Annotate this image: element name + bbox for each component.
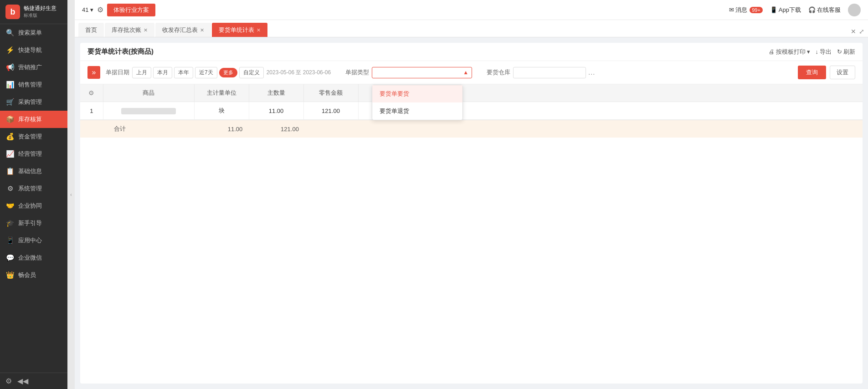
app-logo-icon: b: [5, 5, 20, 19]
sidebar-item-库存核算[interactable]: 📦库存核算: [0, 111, 67, 128]
nav-label: 应用中心: [18, 236, 42, 245]
more-dates-button[interactable]: 更多: [219, 68, 237, 77]
tab-close-icon[interactable]: ✕: [257, 27, 261, 33]
tab-close-all-icon[interactable]: ✕: [851, 28, 856, 35]
nav-icon: ⚡: [5, 46, 15, 54]
type-filter-input[interactable]: [372, 67, 472, 78]
online-service-button[interactable]: 🎧 在线客服: [808, 6, 841, 14]
sidebar-item-系统管理[interactable]: ⚙系统管理: [0, 180, 67, 197]
message-icon: ✉: [729, 6, 734, 13]
date-filter-group: 单据日期 上月 本月 本年 近7天 更多 自定义 2023-05-06 至 20…: [106, 67, 331, 78]
sidebar-item-销售管理[interactable]: 📊销售管理: [0, 76, 67, 93]
sidebar-item-资金管理[interactable]: 💰资金管理: [0, 128, 67, 145]
export-label: 导出: [820, 48, 832, 56]
store-number: 41: [82, 6, 88, 13]
topbar-gear-icon[interactable]: ⚙: [97, 5, 103, 14]
sidebar-item-基础信息[interactable]: 📋基础信息: [0, 163, 67, 180]
sidebar-item-企业微信[interactable]: 💬企业微信: [0, 249, 67, 266]
table-body: 1 块 11.00 121.00: [80, 102, 863, 120]
nav-icon: 📊: [5, 81, 15, 89]
sidebar-item-企业协同[interactable]: 🤝企业协同: [0, 197, 67, 215]
nav-label: 新手引导: [18, 219, 42, 227]
sidebar: b 畅捷通好生意 标准版 🔍搜索菜单⚡快捷导航📢营销推广📊销售管理🛒采购管理📦库…: [0, 0, 67, 389]
th-gear[interactable]: ⚙: [80, 84, 103, 102]
type-filter-label: 单据类型: [345, 68, 369, 77]
footer-total-qty: 11.00: [208, 126, 262, 133]
tab-要货单统计表[interactable]: 要货单统计表✕: [212, 23, 267, 37]
refresh-button[interactable]: ↻ 刷新: [837, 48, 855, 56]
this-month-button[interactable]: 本月: [153, 67, 172, 78]
collapse-icon[interactable]: ◀◀: [17, 377, 28, 385]
sidebar-item-快捷导航[interactable]: ⚡快捷导航: [0, 41, 67, 59]
store-selector[interactable]: 41 ▾: [82, 6, 93, 13]
last-month-button[interactable]: 上月: [132, 67, 151, 78]
type-filter-arrow-icon[interactable]: ▲: [463, 69, 468, 76]
tab-close-icon[interactable]: ✕: [200, 27, 204, 33]
warehouse-filter-group: 要货仓库 …: [487, 67, 595, 78]
page-title: 要货单统计表(按商品): [87, 47, 154, 56]
tab-label: 要货单统计表: [219, 26, 254, 34]
nav-icon: 🤝: [5, 202, 15, 210]
filter-expand-button[interactable]: »: [87, 66, 100, 79]
nav-label: 营销推广: [18, 63, 42, 72]
phone-icon: 📱: [770, 6, 777, 13]
export-button[interactable]: ↓ 导出: [816, 48, 832, 56]
dropdown-item-order-return[interactable]: 要货单退货: [372, 102, 462, 120]
tab-close-icon[interactable]: ✕: [144, 27, 148, 33]
cell-product: [103, 102, 194, 120]
sidebar-item-采购管理[interactable]: 🛒采购管理: [0, 93, 67, 111]
store-dropdown-icon[interactable]: ▾: [90, 6, 93, 13]
topbar-left: 41 ▾ ⚙ 体验行业方案: [82, 4, 155, 16]
nav-label: 资金管理: [18, 133, 42, 141]
table-header-row: ⚙ 商品 主计量单位 主数量 零售金额: [80, 84, 863, 102]
table-footer: 合计 11.00 121.00: [80, 120, 863, 138]
nav-icon: 📈: [5, 150, 15, 158]
sidebar-item-营销推广[interactable]: 📢营销推广: [0, 59, 67, 76]
this-year-button[interactable]: 本年: [174, 67, 193, 78]
nav-icon: 👑: [5, 271, 15, 279]
warehouse-select-wrap: …: [513, 67, 595, 78]
tab-expand-icon[interactable]: ⤢: [859, 28, 864, 35]
custom-date-button[interactable]: 自定义: [239, 67, 264, 78]
sidebar-logo: b 畅捷通好生意 标准版: [0, 0, 67, 24]
tab-收发存汇总表[interactable]: 收发存汇总表✕: [155, 23, 211, 37]
headset-icon: 🎧: [808, 6, 816, 13]
sidebar-item-畅会员[interactable]: 👑畅会员: [0, 266, 67, 284]
message-label: 消息: [735, 6, 747, 14]
query-button[interactable]: 查询: [798, 66, 826, 79]
app-download-label: App下载: [779, 6, 801, 14]
footer-total-amount: 121.00: [262, 126, 317, 133]
app-download-button[interactable]: 📱 App下载: [770, 6, 801, 14]
footer-total-label: 合计: [108, 125, 131, 133]
sidebar-item-搜索菜单[interactable]: 🔍搜索菜单: [0, 24, 67, 41]
trial-industry-button[interactable]: 体验行业方案: [107, 4, 155, 16]
main-area: 41 ▾ ⚙ 体验行业方案 ✉ 消息 99+ 📱 App下载 🎧 在线客服: [75, 0, 868, 389]
dropdown-item-order-goods[interactable]: 要货单要货: [372, 85, 462, 102]
user-avatar[interactable]: [848, 4, 861, 16]
nav-label: 搜索菜单: [18, 29, 42, 37]
nav-icon: 📢: [5, 63, 15, 72]
filter-actions: 查询 设置: [798, 66, 855, 79]
setting-button[interactable]: 设置: [830, 66, 855, 79]
message-badge: 99+: [750, 7, 763, 13]
printer-icon: 🖨: [769, 48, 775, 55]
tab-库存批次账[interactable]: 库存批次账✕: [105, 23, 154, 37]
sidebar-item-应用中心[interactable]: 📱应用中心: [0, 232, 67, 249]
tab-label: 首页: [85, 26, 97, 34]
content-area: 要货单统计表(按商品) 🖨 按模板打印 ▾ ↓ 导出 ↻ 刷新: [75, 37, 868, 389]
settings-icon[interactable]: ⚙: [5, 377, 12, 385]
th-amount: 零售金额: [303, 84, 358, 102]
type-dropdown-menu: 要货单要货 要货单退货: [372, 85, 463, 120]
print-template-button[interactable]: 🖨 按模板打印 ▾: [769, 48, 810, 56]
export-icon: ↓: [816, 48, 819, 55]
last-7-days-button[interactable]: 近7天: [195, 67, 217, 78]
warehouse-filter-input[interactable]: [513, 67, 586, 78]
message-button[interactable]: ✉ 消息 99+: [729, 6, 763, 14]
tab-首页[interactable]: 首页: [78, 23, 104, 37]
sidebar-item-经营管理[interactable]: 📈经营管理: [0, 145, 67, 163]
sidebar-collapse-handle[interactable]: ‹: [67, 0, 75, 389]
warehouse-more-icon[interactable]: …: [588, 68, 595, 77]
tab-expand-controls: ✕ ⤢: [851, 28, 864, 37]
cell-seq: 1: [80, 102, 103, 120]
sidebar-item-新手引导[interactable]: 🎓新手引导: [0, 215, 67, 232]
